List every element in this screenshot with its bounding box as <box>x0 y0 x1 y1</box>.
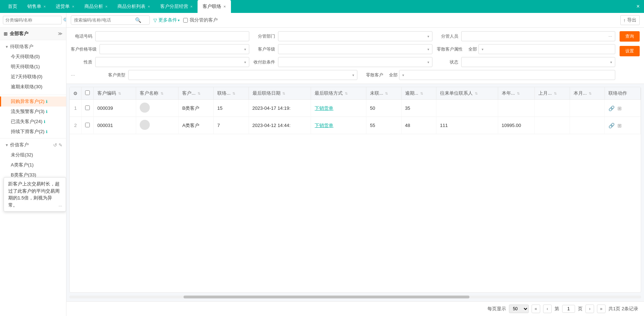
sidebar-item-7days[interactable]: 近7天待联络(0) <box>0 72 66 82</box>
chevron-down-icon-dept: ▾ <box>427 34 429 38</box>
nav-close-icon[interactable]: × <box>43 4 46 9</box>
total-pages-label: 页 <box>578 306 583 312</box>
sidebar-item-class-a[interactable]: A类客户(1) <box>0 160 66 170</box>
last-method-link-2[interactable]: 下销货单 <box>315 123 333 128</box>
action-grid-icon-2[interactable]: ⊞ <box>617 123 622 128</box>
th-last-method[interactable]: 最后联络方式 ⇅ <box>311 87 366 100</box>
page-number-input[interactable] <box>562 305 575 313</box>
status-select[interactable]: ▾ <box>461 57 615 67</box>
th-last-month[interactable]: 上月... ⇅ <box>535 87 570 100</box>
sort-icon-type: ⇅ <box>198 91 200 95</box>
sidebar-item-today[interactable]: 今天待联络(0) <box>0 52 66 62</box>
sidebar-search-input[interactable] <box>3 16 62 24</box>
nav-item-customer-tier[interactable]: 客户分层经营 × <box>155 0 198 13</box>
sidebar-group-pending-title[interactable]: ▼ 待联络客户 <box>0 42 66 52</box>
refresh-icon[interactable]: ↺ <box>53 142 57 148</box>
nav-close-icon[interactable]: × <box>105 4 107 9</box>
nav-close-icon[interactable]: × <box>148 4 150 9</box>
sidebar-item-churned[interactable]: 已流失客户(24) ℹ <box>0 117 66 127</box>
sidebar-value-customer-section: ▼ 价值客户 ↺ ✎ <box>0 140 66 150</box>
prev-page-button[interactable]: ‹ <box>543 305 552 313</box>
setting-button[interactable]: 设置 <box>620 46 640 56</box>
th-contact-person[interactable]: 往来单位联系人 ⇅ <box>436 87 498 100</box>
dept-select[interactable]: ▾ <box>278 31 432 41</box>
th-code[interactable]: 客户编码 ⇅ <box>94 87 136 100</box>
th-settings[interactable]: ⚙ <box>70 87 82 100</box>
row-contact-count-2: 7 <box>214 117 249 134</box>
last-method-link-1[interactable]: 下销货单 <box>315 105 333 111</box>
row-select-1[interactable] <box>85 105 90 110</box>
th-this-month[interactable]: 本月... ⇅ <box>570 87 605 100</box>
scrollbar-thumb[interactable] <box>184 296 469 298</box>
sidebar-item-repurchase-anomaly[interactable]: 回购异常客户(2) ℹ <box>0 96 66 107</box>
nav-close-icon[interactable]: × <box>190 4 193 9</box>
search-input[interactable] <box>74 18 135 23</box>
per-page-select[interactable]: 50 100 200 <box>509 305 529 313</box>
last-page-button[interactable]: » <box>597 305 606 313</box>
next-page-button[interactable]: › <box>585 305 594 313</box>
sidebar-item-declining[interactable]: 持续下滑客户(2) ℹ <box>0 127 66 137</box>
nav-item-customer-contact[interactable]: 客户联络 × <box>198 0 231 13</box>
row-checkbox-1[interactable] <box>82 100 94 117</box>
customer-level-select[interactable]: ▾ <box>278 44 432 54</box>
person-input[interactable]: ··· <box>461 31 615 41</box>
more-dots-icon[interactable]: ··· <box>71 72 75 78</box>
th-contact-count[interactable]: 联络... ⇅ <box>214 87 249 100</box>
row-checkbox-2[interactable] <box>82 117 94 134</box>
th-overdue[interactable]: 逾期... ⇅ <box>401 87 436 100</box>
th-name[interactable]: 客户名称 ⇅ <box>136 87 179 100</box>
retail-attr-select[interactable]: ▾ <box>478 44 615 54</box>
th-type[interactable]: 客户... ⇅ <box>179 87 214 100</box>
price-level-select[interactable]: ▾ <box>99 44 249 54</box>
customer-type-select[interactable]: ▾ <box>128 70 357 80</box>
sidebar-search-button[interactable]: 🔍 <box>63 16 66 24</box>
row-last-method-2[interactable]: 下销货单 <box>311 117 366 134</box>
sidebar-item-churn-warning[interactable]: 流失预警客户(3) ℹ <box>0 107 66 117</box>
sidebar-item-ungrouped[interactable]: 未分组(32) <box>0 150 66 160</box>
row-num-2: 2 <box>70 117 82 134</box>
row-last-method-1[interactable]: 下销货单 <box>311 100 366 117</box>
nav-item-product-analysis[interactable]: 商品分析 × <box>79 0 112 13</box>
nav-item-purchase[interactable]: 进货单 × <box>51 0 79 13</box>
th-uncontacted[interactable]: 未联... ⇅ <box>366 87 401 100</box>
payment-select[interactable]: ▾ <box>278 57 432 67</box>
row-last-month-1 <box>535 100 570 117</box>
nav-close-icon[interactable]: × <box>72 4 74 9</box>
th-this-year[interactable]: 本年... ⇅ <box>498 87 535 100</box>
total-records-label: 共1页 2条记录 <box>608 306 638 312</box>
info-icon: ℹ <box>46 99 47 104</box>
query-button[interactable]: 查询 <box>620 31 640 42</box>
filter-payment: 收付款条件 ▾ <box>254 57 432 67</box>
search-icon[interactable]: 🔍 <box>135 17 141 23</box>
more-conditions-button[interactable]: ▽ 更多条件 ▾ <box>153 17 180 23</box>
sidebar-content: ⊞ 全部客户 ≫ ▼ 待联络客户 今天待联络(0) 明天待联络(1) 近7天待联… <box>0 28 66 316</box>
my-customer-checkbox[interactable] <box>183 18 188 23</box>
window-close-icon[interactable]: × <box>636 3 640 10</box>
select-all-checkbox[interactable] <box>85 90 90 95</box>
action-link-icon-1[interactable]: 🔗 <box>608 105 615 111</box>
phone-input[interactable] <box>95 31 249 41</box>
retail-customer-select[interactable]: ▾ <box>399 70 615 80</box>
sidebar-collapse-button[interactable]: ≫ <box>58 31 62 36</box>
th-checkbox[interactable] <box>82 87 94 100</box>
th-last-date[interactable]: 最后联络日期 ⇅ <box>249 87 311 100</box>
sidebar-item-overdue[interactable]: 逾期未联络(30) <box>0 82 66 92</box>
chevron-down-icon-price: ▾ <box>244 47 246 51</box>
sidebar-all-customers-header[interactable]: ⊞ 全部客户 ≫ <box>0 28 66 40</box>
nav-item-product-list[interactable]: 商品分析列表 × <box>112 0 155 13</box>
export-button[interactable]: ↑ 导出 <box>620 15 640 25</box>
nav-item-home[interactable]: 首页 <box>3 0 22 13</box>
sidebar-item-tomorrow[interactable]: 明天待联络(1) <box>0 62 66 72</box>
action-grid-icon-1[interactable]: ⊞ <box>617 105 622 111</box>
sidebar-divider-1 <box>0 95 66 95</box>
action-link-icon-2[interactable]: 🔗 <box>608 123 615 128</box>
content-area: 🔍 ▽ 更多条件 ▾ 我分管的客户 ↑ 导出 <box>66 13 644 316</box>
nature-select[interactable]: ▾ <box>95 57 249 67</box>
horizontal-scrollbar[interactable] <box>69 296 641 298</box>
nav-home-label: 首页 <box>8 3 17 10</box>
first-page-button[interactable]: « <box>532 305 540 313</box>
edit-icon[interactable]: ✎ <box>59 142 62 148</box>
row-select-2[interactable] <box>85 123 90 127</box>
nav-item-sales[interactable]: 销售单 × <box>22 0 51 13</box>
nav-close-active-icon[interactable]: × <box>223 4 226 9</box>
